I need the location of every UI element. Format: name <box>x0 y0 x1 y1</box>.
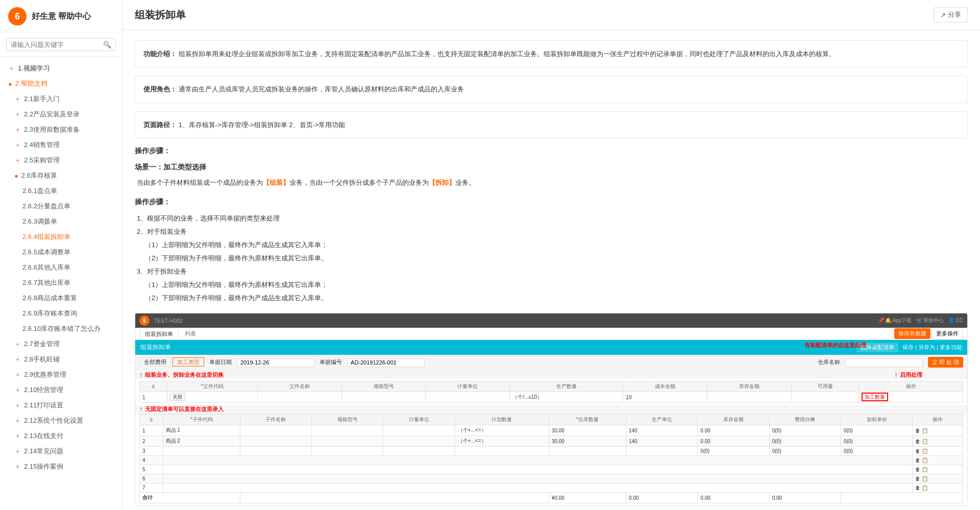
sidebar-label-2-6-5: 2.6.5成本调整单 <box>22 248 70 257</box>
th-cost: 成本金额 <box>623 381 707 392</box>
sidebar-label-2-15: 2.15操作案例 <box>24 462 63 471</box>
fake-save-action[interactable]: 保存 | 另存为 | 更多功能 <box>902 344 962 351</box>
fake-warehouse-input[interactable] <box>845 358 923 367</box>
role-block: 使用角色： 通常由生产人员或库管人员完成拆装业务的操作，库管人员确认原材料的出库… <box>135 76 968 103</box>
sidebar-item-2-4[interactable]: ＋ 2.4销售管理 <box>0 137 122 153</box>
annotation4-wrap: ↑ 无固定清单可以直接在这里录入 <box>135 405 967 414</box>
sidebar-label-2-10: 2.10经营管理 <box>24 385 63 395</box>
logo-bar: 6 好生意 帮助中心 <box>0 0 122 33</box>
td-red-input[interactable]: 加工数量 <box>862 393 888 401</box>
fake-tab-list[interactable]: 列表 <box>180 328 201 339</box>
fake-confirm-btn[interactable]: 立 即 处 理 <box>928 357 963 368</box>
table-row: 3 0(0) 0(0) 0(0) <box>140 447 963 456</box>
search-input[interactable] <box>11 41 103 48</box>
sidebar-item-2-6[interactable]: ● 2.6库存核算 <box>0 168 122 183</box>
table-row: 4 🗑 📋 <box>140 456 963 465</box>
sidebar-item-2-6-10[interactable]: 2.6.10库存账本错了怎么办 <box>0 321 122 336</box>
th-avail: 可用量 <box>791 381 859 392</box>
sidebar-item-2-8[interactable]: ＋ 2.8手机旺铺 <box>0 352 122 367</box>
step-3-1: （1）上部明细为父件明细，最终作为原材料生成其它出库单； <box>135 278 968 292</box>
table-row: 5 🗑 📋 <box>140 465 963 474</box>
sidebar-label-2-9: 2.9优惠券管理 <box>24 370 66 379</box>
td-1: 1 <box>140 392 167 403</box>
sidebar-item-2-6-8[interactable]: 2.6.8商品成本重算 <box>0 290 122 306</box>
sidebar-label-2-6-8: 2.6.8商品成本重算 <box>22 294 77 303</box>
fake-warehouse-label: 仓库名称 <box>818 358 840 366</box>
th-action-col: 操作 <box>859 381 963 392</box>
sidebar-item-2-7[interactable]: ＋ 2.7资金管理 <box>0 336 122 352</box>
step-3-2: （2）下部明细为子件明细，最终作为产成品生成其它入库单。 <box>135 292 968 305</box>
sidebar-label-2-6-2: 2.6.2分量盘点单 <box>22 202 70 211</box>
sidebar-item-2-6-3[interactable]: 2.6.3调拨单 <box>0 214 122 229</box>
sidebar-item-2-6-2[interactable]: 2.6.2分量盘点单 <box>0 199 122 214</box>
annotation2-wrap: ↑ 组装业务、拆卸业务在这里切换 <box>139 371 224 379</box>
fake-app-logo: 6 <box>139 315 150 326</box>
sidebar-item-2-6-9[interactable]: 2.6.9库存账本查询 <box>0 306 122 321</box>
th2-child-name: 子件名称 <box>240 415 311 425</box>
expand-icon-2-15: ＋ <box>14 462 21 471</box>
intro-label: 功能介绍： <box>143 50 177 58</box>
sidebar-item-1[interactable]: ＋ 1.视频学习 <box>0 61 122 76</box>
th-parent-name: 父件名称 <box>257 381 341 392</box>
fake-btn-other[interactable]: 更多操作 <box>932 328 963 339</box>
sidebar-item-2-10[interactable]: ＋ 2.10经营管理 <box>0 382 122 398</box>
expand-icon-2-13: ＋ <box>14 431 21 441</box>
disassemble-highlight: 【拆卸】 <box>429 179 455 186</box>
scenario1-desc: 当由多个子件材料组装成一个成品的业务为【组装】业务，当由一个父件拆分成多个子产品… <box>135 176 968 189</box>
sidebar-item-2-5[interactable]: ＋ 2.5采购管理 <box>0 153 122 168</box>
annotation2-arrow: ↑ <box>139 371 143 379</box>
sidebar-label-2-6-6: 2.6.6其他入库单 <box>22 263 70 272</box>
fake-tab-type-active[interactable]: 加工类型 <box>173 357 204 367</box>
sidebar-item-2-6-4[interactable]: 2.6.4组装拆卸单 <box>0 229 122 245</box>
sidebar-item-2-6-1[interactable]: 2.6.1盘点单 <box>0 183 122 199</box>
sidebar-item-2-9[interactable]: ＋ 2.9优惠券管理 <box>0 367 122 382</box>
th2-spec: 规格型号 <box>312 415 383 425</box>
expand-icon-2-10: ＋ <box>14 385 21 395</box>
fake-type-tabs: 全部费用 加工类型 <box>139 358 204 366</box>
sidebar-item-2-6-7[interactable]: 2.6.7其他出库单 <box>0 275 122 290</box>
td-code-input[interactable]: 关联 <box>170 393 185 401</box>
fake-app-icons: 📌 🔔 App下载 🛒 帮助中心 👤 CC <box>878 317 963 324</box>
search-icon[interactable]: 🔍 <box>103 41 111 48</box>
fake-btn-save[interactable]: 保存并新建 <box>894 328 930 339</box>
table-row: 7 🗑 📋 <box>140 483 963 493</box>
fake-app-id: TEST-H002 <box>154 318 183 324</box>
sidebar-label-2-5: 2.5采购管理 <box>24 156 60 165</box>
fake-tab-new[interactable]: 组装拆卸单 <box>139 328 179 339</box>
th-spec: 规格型号 <box>341 381 426 392</box>
fake-tab-type-all[interactable]: 全部费用 <box>139 357 171 367</box>
sidebar-item-2-14[interactable]: ＋ 2.14常见问题 <box>0 444 122 459</box>
sidebar-item-2-13[interactable]: ＋ 2.13在线支付 <box>0 428 122 444</box>
th2-unit2: 生产单位 <box>626 415 697 425</box>
expand-icon-2-7: ＋ <box>14 339 21 349</box>
sidebar-label-2: 2.帮助文档 <box>15 79 47 88</box>
fake-table2: # *子件代码 子件名称 规格型号 计量单位 计划数量 *出库数量 生产单位 库… <box>139 414 963 503</box>
sidebar-item-2-6-5[interactable]: 2.6.5成本调整单 <box>0 245 122 260</box>
share-button[interactable]: ↗ 分享 <box>934 7 968 22</box>
sidebar-item-2-15[interactable]: ＋ 2.15操作案例 <box>0 459 122 474</box>
search-wrap[interactable]: 🔍 <box>6 38 116 51</box>
sidebar-item-2-2[interactable]: ＋ 2.2产品安装及登录 <box>0 107 122 122</box>
sidebar-item-2-6-6[interactable]: 2.6.6其他入库单 <box>0 260 122 275</box>
annotation1-arrow: → <box>868 341 875 349</box>
sidebar-item-2-12[interactable]: ＋ 2.12系统个性化设置 <box>0 413 122 428</box>
path-text: 1、库存核算->库存管理->组装拆卸单 2、首页->常用功能 <box>179 121 346 129</box>
table-footer: 合计 ¥0.00 0.00 0.00 0.00 <box>140 493 963 503</box>
annotation1-text: 有装配清单的在这里处理 <box>804 342 866 349</box>
sidebar-item-2[interactable]: ● 2.帮助文档 <box>0 76 122 91</box>
fake-date-input[interactable] <box>237 358 314 367</box>
annotation3-wrap: ↑ 启用处理 <box>894 371 922 379</box>
fake-code-input[interactable] <box>347 358 425 367</box>
annotation4-text: 无固定清单可以直接在这里录入 <box>145 405 224 413</box>
annotation4-arrow: ↑ <box>139 405 143 413</box>
sidebar-item-2-1[interactable]: ＋ 2.1新手入门 <box>0 91 122 107</box>
sidebar-item-2-11[interactable]: ＋ 2.11打印设置 <box>0 398 122 413</box>
nav-tree: ＋ 1.视频学习 ● 2.帮助文档 ＋ 2.1新手入门 ＋ 2.2产品安装及登录… <box>0 57 122 510</box>
sidebar-item-2-3[interactable]: ＋ 2.3使用前数据准备 <box>0 122 122 137</box>
role-label: 使用角色： <box>143 85 177 93</box>
th2-no: # <box>140 415 163 425</box>
th-prod-qty: 生产数量 <box>510 381 623 392</box>
fake-date-label: 单据日期 <box>209 358 232 366</box>
main-panel: 组装拆卸单 ↗ 分享 功能介绍： 组装拆卸单用来处理企业组装或拆卸等加工业务，支… <box>122 0 980 510</box>
sidebar-label-2-6-7: 2.6.7其他出库单 <box>22 278 70 287</box>
